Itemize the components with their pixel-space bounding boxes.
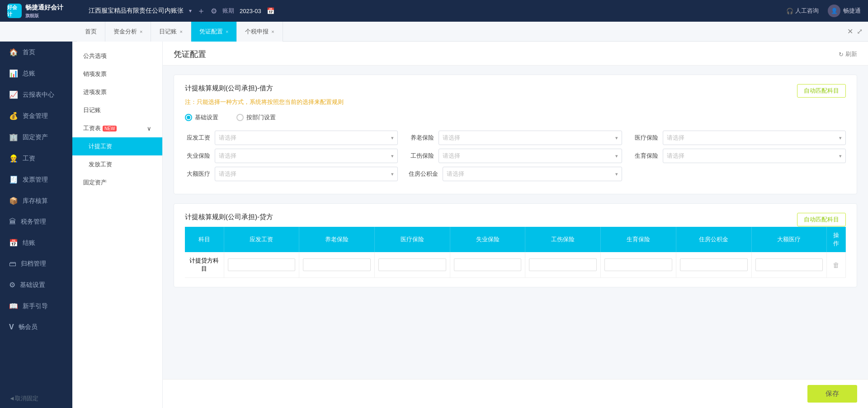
pension-arrow-icon: ▾ [615,135,618,141]
row-pension-input-cell [299,252,375,278]
nav-fixed-assets-nav[interactable]: 固定资产 [72,174,162,192]
sidebar-item-payroll[interactable]: 👷 工资 [0,148,72,169]
sidebar-item-reports[interactable]: 📈 云报表中心 [0,84,72,105]
sidebar-item-home[interactable]: 🏠 首页 [0,42,72,63]
sidebar-home-label: 首页 [23,48,35,56]
sidebar-archive-label: 归档管理 [21,260,46,268]
period-label: 账期 [222,7,234,15]
tab-voucher-config[interactable]: 凭证配置 × [191,22,237,42]
user-area[interactable]: 👤 畅捷通 [828,5,861,17]
save-button[interactable]: 保存 [807,385,857,403]
table-row: 计提贷方科目 🗑 [185,252,846,278]
calendar-icon[interactable]: 📅 [267,7,274,14]
tab-funds-label: 资金分析 [113,28,137,36]
support-button[interactable]: 🎧 人工咨询 [786,7,819,15]
nav-journal[interactable]: 日记账 [72,101,162,119]
sidebar-item-invoice[interactable]: 🧾 发票管理 [0,169,72,190]
tab-funds-analysis[interactable]: 资金分析 × [105,22,151,42]
nav-accrual-payroll[interactable]: 计提工资 [72,137,162,155]
refresh-button[interactable]: ↻ 刷新 [839,50,857,58]
row-major-medical-input[interactable] [755,258,823,271]
radio-department-settings[interactable]: 按部门设置 [236,113,276,122]
table-header-row: 科目 应发工资 养老保险 医疗保险 失业保险 工伤保险 生育保险 住房公积金 大… [185,227,846,252]
tab-home[interactable]: 首页 [77,22,105,42]
nav-public-options[interactable]: 公共选项 [72,47,162,65]
sidebar-closing-label: 结账 [23,239,35,247]
tab-voucher-close[interactable]: × [226,29,228,34]
gross-salary-select[interactable]: 请选择 ▾ [215,131,398,145]
row-medical-input-cell [375,252,450,278]
unemployment-select[interactable]: 请选择 ▾ [215,149,398,163]
medical-select[interactable]: 请选择 ▾ [663,131,846,145]
field-pension: 养老保险 请选择 ▾ [409,131,622,145]
sidebar-item-fixed-assets[interactable]: 🏢 固定资产 [0,127,72,148]
nav-sales-invoice[interactable]: 销项发票 [72,65,162,83]
logo-icon: 好会计 [7,4,22,18]
radio-basic-settings[interactable]: 基础设置 [185,113,218,122]
cancel-pin-label: ◄取消固定 [9,394,38,403]
sidebar-item-settings[interactable]: ⚙ 基础设置 [0,274,72,295]
maternity-arrow-icon: ▾ [839,153,842,159]
tab-bar: 首页 资金分析 × 日记账 × 凭证配置 × 个税申报 × ✕ ⤢ [0,22,868,42]
add-account-button[interactable]: ＋ [197,5,205,16]
cancel-pin-button[interactable]: ◄取消固定 [0,389,72,408]
debit-section-title: 计提核算规则(公司承担)-借方 [185,84,846,93]
top-bar-right: 🎧 人工咨询 👤 畅捷通 [786,5,861,17]
tab-tax-close[interactable]: × [271,29,274,34]
debit-section: 计提核算规则(公司承担)-借方 注：只能选择一种方式，系统将按照您当前的选择来配… [174,75,857,194]
sidebar-item-funds[interactable]: 💰 资金管理 [0,105,72,127]
tab-journal-close[interactable]: × [179,29,182,34]
work-injury-select[interactable]: 请选择 ▾ [439,149,622,163]
nav-pay-payroll[interactable]: 发放工资 [72,155,162,174]
tab-funds-close[interactable]: × [140,29,142,34]
funds-icon: 💰 [9,112,18,120]
pension-select[interactable]: 请选择 ▾ [439,131,622,145]
sidebar-inventory-label: 库存核算 [23,197,48,205]
close-tab-icon[interactable]: ✕ [847,27,853,36]
maternity-select[interactable]: 请选择 ▾ [663,149,846,163]
sidebar-ledger-label: 总账 [23,70,35,78]
nav-payroll-group[interactable]: 工资表NEW ∨ [72,119,162,137]
row-housing-fund-input[interactable] [680,258,748,271]
row-medical-input[interactable] [378,258,446,271]
sidebar-item-tax[interactable]: 🏛 税务管理 [0,211,72,232]
company-name: 江西服宝精品有限责任公司内账张 [89,7,184,15]
inventory-icon: 📦 [9,197,18,205]
sidebar-item-guide[interactable]: 📖 新手引导 [0,295,72,317]
row-pension-input[interactable] [303,258,371,271]
credit-auto-match-button[interactable]: 自动匹配科目 [797,213,846,226]
field-major-medical: 大额医疗 请选择 ▾ [185,167,398,181]
housing-fund-select[interactable]: 请选择 ▾ [443,167,622,181]
sidebar-item-inventory[interactable]: 📦 库存核算 [0,190,72,211]
debit-auto-match-button[interactable]: 自动匹配科目 [797,84,846,98]
delete-row-button[interactable]: 🗑 [833,261,840,269]
guide-icon: 📖 [9,302,18,310]
row-gross-salary-input[interactable] [228,258,296,271]
sidebar-item-archive[interactable]: 🗃 归档管理 [0,253,72,274]
col-housing-fund: 住房公积金 [676,227,751,252]
row-unemployment-input[interactable] [454,258,522,271]
settings-icon[interactable]: ⚙ [211,7,217,15]
period-value: 2023-03 [240,8,261,14]
major-medical-select[interactable]: 请选择 ▾ [215,167,398,181]
row-work-injury-input-cell [525,252,601,278]
col-unemployment: 失业保险 [450,227,525,252]
expand-icon[interactable]: ⤢ [857,27,863,36]
app-subtitle: 旗舰版 [25,13,63,19]
row-work-injury-input[interactable] [529,258,597,271]
tab-right-buttons: ✕ ⤢ [847,27,868,36]
sidebar-item-member[interactable]: V 畅会员 [0,317,72,338]
col-major-medical: 大额医疗 [751,227,827,252]
nav-purchase-invoice[interactable]: 进项发票 [72,83,162,101]
dropdown-arrow-icon[interactable]: ▾ [189,8,192,14]
gross-salary-label: 应发工资 [185,134,210,142]
headset-icon: 🎧 [786,8,793,14]
row-maternity-input[interactable] [604,258,672,271]
tab-tax-return[interactable]: 个税申报 × [237,22,283,42]
credit-section-title: 计提核算规则(公司承担)-贷方 [185,213,846,221]
sidebar-item-closing[interactable]: 📅 结账 [0,232,72,253]
credit-section: 计提核算规则(公司承担)-贷方 自动匹配科目 科目 应发工资 养老保险 医疗保险… [174,203,857,287]
sidebar-settings-label: 基础设置 [20,281,45,289]
sidebar-item-ledger[interactable]: 📊 总账 [0,63,72,84]
tab-journal[interactable]: 日记账 × [151,22,191,42]
